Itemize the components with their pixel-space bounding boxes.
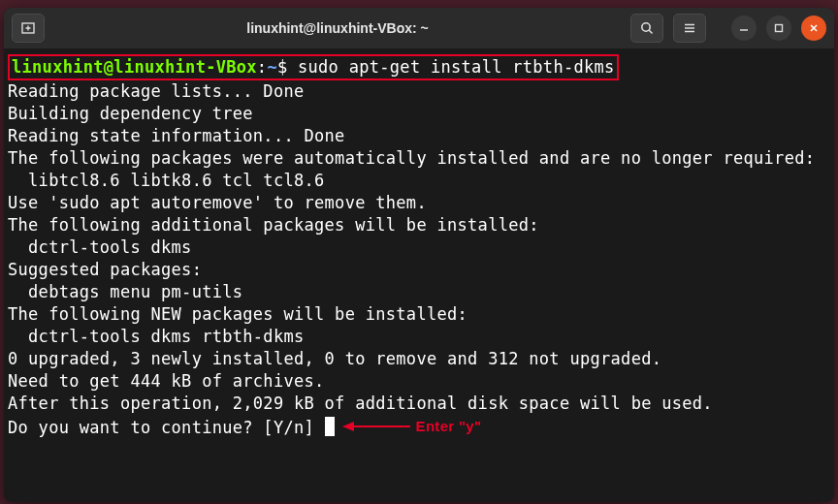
- output-line: debtags menu pm-utils: [8, 282, 242, 301]
- titlebar: linuxhint@linuxhint-VBox: ~: [4, 8, 834, 48]
- command-text: sudo apt-get install rtbth-dkms: [287, 57, 614, 77]
- annotation: Enter "y": [342, 415, 482, 437]
- annotation-text: Enter "y": [416, 415, 482, 437]
- svg-point-3: [642, 23, 650, 31]
- output-line: Need to get 444 kB of archives.: [8, 371, 325, 391]
- output-line: Use 'sudo apt autoremove' to remove them…: [8, 193, 427, 212]
- output-line: Reading state information... Done: [8, 126, 345, 145]
- minimize-button[interactable]: [731, 16, 757, 41]
- new-tab-button[interactable]: [12, 14, 45, 43]
- output-line: dctrl-tools dkms rtbth-dkms: [8, 327, 305, 346]
- arrow-left-icon: [342, 420, 410, 433]
- prompt-dollar: $: [277, 57, 288, 77]
- output-line: After this operation, 2,029 kB of additi…: [8, 394, 713, 413]
- prompt-path: ~: [267, 57, 277, 77]
- output-line: libtcl8.6 libtk8.6 tcl tcl8.6: [8, 171, 325, 190]
- output-line: 0 upgraded, 3 newly installed, 0 to remo…: [8, 349, 661, 368]
- terminal-window: linuxhint@linuxhint-VBox: ~: [4, 8, 834, 502]
- maximize-button[interactable]: [766, 16, 791, 41]
- continue-prompt: Do you want to continue? [Y/n]: [8, 418, 325, 437]
- minimize-icon: [738, 22, 750, 34]
- terminal-cursor: [325, 417, 335, 436]
- output-line: Suggested packages:: [8, 260, 202, 279]
- output-line: The following additional packages will b…: [8, 215, 539, 235]
- prompt-user-host: linuxhint@linuxhint-VBox: [12, 57, 257, 77]
- search-button[interactable]: [630, 14, 663, 43]
- prompt-colon: :: [257, 57, 268, 77]
- search-icon: [639, 20, 655, 36]
- output-line: dctrl-tools dkms: [8, 237, 192, 257]
- output-line: The following NEW packages will be insta…: [8, 304, 467, 324]
- new-tab-icon: [20, 20, 36, 36]
- command-highlight-box: linuxhint@linuxhint-VBox:~$ sudo apt-get…: [8, 54, 619, 80]
- menu-button[interactable]: [673, 14, 706, 43]
- close-button[interactable]: [801, 16, 826, 41]
- svg-line-4: [649, 30, 652, 33]
- hamburger-icon: [682, 20, 697, 36]
- output-line: Building dependency tree: [8, 104, 253, 123]
- svg-marker-13: [342, 422, 354, 431]
- close-icon: [808, 22, 820, 34]
- output-line: Reading package lists... Done: [8, 81, 305, 101]
- output-line: The following packages were automaticall…: [8, 148, 815, 168]
- maximize-icon: [773, 22, 785, 34]
- svg-rect-9: [776, 25, 783, 32]
- terminal-body[interactable]: linuxhint@linuxhint-VBox:~$ sudo apt-get…: [4, 48, 834, 445]
- window-title: linuxhint@linuxhint-VBox: ~: [45, 20, 630, 36]
